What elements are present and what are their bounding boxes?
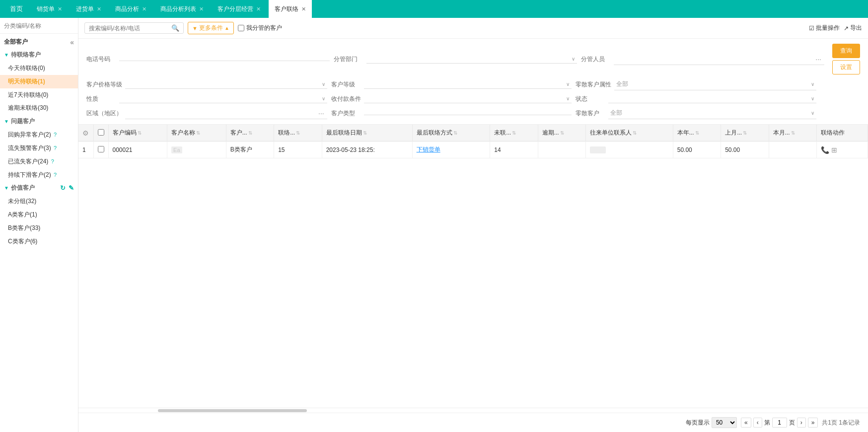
more-icon[interactable]: ···: [814, 55, 822, 63]
close-icon[interactable]: ✕: [97, 6, 101, 12]
settings-button[interactable]: 设置: [832, 60, 860, 74]
prev-page-button[interactable]: ‹: [753, 418, 762, 428]
contact-person-blur: [590, 146, 606, 153]
filter-payment: 收付款条件 ∨: [331, 94, 572, 103]
nav-customer-segmentation[interactable]: 客户分层经营 ✕: [212, 0, 267, 18]
top-actions: ☑ 批量操作 ↗ 导出: [809, 24, 862, 32]
sidebar-search-input[interactable]: [4, 22, 78, 29]
chevron-down-icon: ∨: [572, 56, 575, 62]
sidebar-item-c-class[interactable]: C类客户(6): [0, 235, 78, 248]
nav-purchase-order[interactable]: 进货单 ✕: [70, 0, 107, 18]
horizontal-scrollbar[interactable]: [78, 408, 868, 413]
top-navigation: 首页 销货单 ✕ 进货单 ✕ 商品分析 ✕ 商品分析列表 ✕ 客户分层经营 ✕ …: [0, 0, 868, 18]
query-button[interactable]: 查询: [832, 44, 860, 58]
dept-select[interactable]: ∨: [366, 55, 577, 64]
table-area: ⚙ 客户编码 ⇅ 客户名称: [78, 125, 868, 408]
sidebar-item-7days[interactable]: 近7天待联络(0): [0, 88, 78, 102]
chevron-down-icon: ∨: [811, 81, 814, 87]
table-body: 1 000021 Ea B类客户 15 2023-05-23 18:25: 下销…: [78, 142, 868, 158]
per-page-select[interactable]: 50 100 200: [712, 417, 737, 428]
close-icon[interactable]: ✕: [142, 6, 146, 12]
filter-panel: 电话号码 分管部门 ∨ 分管人员 ···: [78, 39, 868, 125]
person-select[interactable]: ···: [614, 54, 824, 65]
th-current-month: 本月... ⇅: [769, 125, 816, 142]
nav-home[interactable]: 首页: [4, 0, 29, 18]
close-icon[interactable]: ✕: [256, 6, 261, 12]
region-select[interactable]: ···: [125, 108, 327, 119]
th-checkbox: [93, 125, 108, 142]
filter-row-2: 客户价格等级 ∨ 客户等级 ∨ 零散客户属性 全部: [86, 78, 860, 90]
last-contact-method-link[interactable]: 下销货单: [417, 146, 440, 153]
close-icon[interactable]: ✕: [301, 6, 306, 12]
edit-icon[interactable]: ✎: [69, 184, 74, 192]
arrow-icon: ▼: [4, 52, 9, 58]
td-uncontacted: 14: [490, 142, 538, 158]
th-uncontacted: 未联... ⇅: [490, 125, 538, 142]
search-input-wrap: 🔍: [84, 22, 184, 34]
chevron-down-icon: ∨: [811, 96, 814, 101]
payment-select[interactable]: ∨: [364, 94, 572, 103]
nav-product-analysis[interactable]: 商品分析 ✕: [109, 0, 152, 18]
customer-level-select[interactable]: ∨: [364, 80, 572, 89]
sidebar-item-overdue[interactable]: 逾期未联络(30): [0, 101, 78, 115]
more-icon[interactable]: ···: [317, 109, 325, 117]
nature-select[interactable]: ∨: [119, 94, 327, 103]
close-icon[interactable]: ✕: [199, 6, 204, 12]
last-page-button[interactable]: »: [808, 418, 818, 428]
sidebar-item-churn-warning[interactable]: 流失预警客户(3) ?: [0, 142, 78, 155]
more-conditions-button[interactable]: ▼ 更多条件 ▲: [188, 22, 234, 34]
retail-customer-select[interactable]: 全部 ∨: [608, 107, 816, 119]
sidebar-item-b-class[interactable]: B类客户(33): [0, 221, 78, 235]
action-icons: 📞 ⊞: [821, 146, 864, 154]
scrollbar-thumb: [158, 409, 307, 412]
sidebar-item-today[interactable]: 今天待联络(0): [0, 62, 78, 75]
page-input[interactable]: [772, 418, 787, 428]
sort-icon: ⇅: [633, 130, 637, 136]
chevron-down-icon: ∨: [566, 81, 570, 87]
all-customers-label: 全部客户: [4, 38, 28, 46]
nav-product-analysis-list[interactable]: 商品分析列表 ✕: [154, 0, 210, 18]
batch-ops-button[interactable]: ☑ 批量操作: [809, 24, 840, 32]
sort-icon: ⇅: [791, 130, 795, 136]
close-icon[interactable]: ✕: [58, 6, 62, 12]
filter-row-4: 区域（地区） ··· 客户类型 零散客户 全部 ∨: [86, 107, 860, 119]
first-page-button[interactable]: «: [741, 418, 751, 428]
grid-icon[interactable]: ⊞: [831, 146, 837, 154]
filter-dept: 分管部门 ∨: [334, 55, 577, 64]
nav-customer-contact[interactable]: 客户联络 ✕: [269, 0, 312, 18]
nav-sales-order[interactable]: 销货单 ✕: [31, 0, 68, 18]
select-all-checkbox[interactable]: [98, 129, 104, 136]
phone-icon[interactable]: 📞: [821, 146, 829, 154]
td-index: 1: [78, 142, 93, 158]
arrow-icon: ▼: [4, 185, 9, 191]
th-code: 客户编码 ⇅: [108, 125, 167, 142]
refresh-icon[interactable]: ↻: [60, 184, 66, 192]
sidebar-item-churned[interactable]: 已流失客户(24) ?: [0, 155, 78, 168]
info-icon: ?: [54, 132, 57, 138]
customer-price-select[interactable]: ∨: [125, 80, 327, 89]
sidebar-item-repurchase-abnormal[interactable]: 回购异常客户(2) ?: [0, 128, 78, 142]
search-input[interactable]: [89, 25, 169, 32]
phone-input[interactable]: [119, 58, 330, 61]
search-icon[interactable]: 🔍: [171, 24, 179, 32]
export-button[interactable]: ↗ 导出: [844, 24, 862, 32]
sidebar-item-declining[interactable]: 持续下滑客户(2) ?: [0, 168, 78, 182]
search-bar: 🔍 ▼ 更多条件 ▲ 我分管的客户 ☑ 批量操作 ↗ 导出: [78, 18, 868, 39]
gear-icon[interactable]: ⚙: [82, 129, 89, 137]
retail-attr-select[interactable]: 全部 ∨: [614, 78, 816, 90]
collapse-icon[interactable]: «: [70, 38, 74, 46]
filter-nature: 性质 ∨: [86, 94, 327, 103]
arrow-icon: ▼: [4, 119, 9, 124]
sidebar-item-a-class[interactable]: A类客户(1): [0, 208, 78, 221]
my-customers-checkbox[interactable]: 我分管的客户: [238, 24, 282, 32]
chevron-down-icon: ∨: [322, 96, 325, 101]
customer-type-select[interactable]: [364, 112, 572, 115]
next-page-button[interactable]: ›: [797, 418, 806, 428]
sidebar-item-ungrouped[interactable]: 未分组(32): [0, 195, 78, 208]
sidebar-item-tomorrow[interactable]: 明天待联络(1): [0, 75, 78, 88]
status-select[interactable]: ∨: [608, 94, 816, 103]
row-checkbox[interactable]: [98, 146, 104, 152]
sort-icon: ⇅: [296, 130, 300, 136]
th-contact-person: 往来单位联系人 ⇅: [586, 125, 673, 142]
my-customers-check[interactable]: [238, 25, 244, 31]
